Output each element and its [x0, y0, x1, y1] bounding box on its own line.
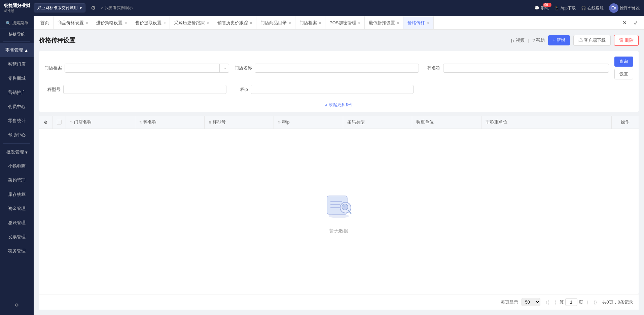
page-input[interactable] — [565, 298, 577, 306]
tab-store-profile[interactable]: 门店档案 × — [295, 16, 325, 29]
sidebar-item-wholesale-mgmt[interactable]: 批发管理 ▾ — [0, 145, 34, 159]
collapse-button[interactable]: ∧ 收起更多条件 — [325, 102, 353, 108]
sidebar-item-member[interactable]: 会员中心 — [0, 100, 34, 114]
settings-button[interactable]: 设置 — [614, 69, 633, 79]
table-body: 暂无数据 — [39, 129, 639, 294]
store-profile-input-wrap: ··· — [65, 64, 229, 73]
sidebar-item-general-ledger[interactable]: 总账管理 — [0, 216, 34, 230]
sidebar-item-inventory[interactable]: 库存核算 — [0, 187, 34, 202]
sidebar-divider-2 — [3, 143, 30, 144]
svg-rect-4 — [330, 204, 340, 205]
query-button[interactable]: 查询 — [614, 57, 633, 67]
online-service-button[interactable]: 🎧 在线客服 — [581, 5, 604, 11]
close-tab-sale-price[interactable]: × — [164, 21, 166, 25]
form-row-1: 门店档案 ··· 门店名称 秤名称 — [44, 57, 633, 79]
first-page-button[interactable]: ⟨⟨ — [544, 299, 551, 306]
app-download-button[interactable]: 📱 App下载 — [554, 5, 576, 11]
empty-illustration — [319, 189, 359, 223]
select-all-checkbox[interactable] — [57, 120, 62, 125]
version-selector[interactable]: 好业财标准版交付试用 ▾ — [34, 3, 85, 12]
help-link[interactable]: ? 帮助 — [532, 37, 544, 43]
th-storename: ⇅ 门店名称 — [66, 116, 135, 129]
pagination-nav: ⟨⟨ ⟨ 算 页 ⟩ ⟩⟩ — [544, 298, 599, 306]
th-settings[interactable]: ⚙ — [39, 116, 52, 129]
sidebar-item-smart-store[interactable]: 智慧门店 — [0, 57, 34, 71]
close-tab-sale-history[interactable]: × — [250, 21, 252, 25]
store-profile-label: 门店档案 — [44, 65, 62, 71]
tab-purchase-strategy[interactable]: 进价策略设置 × — [92, 16, 131, 29]
close-tab-price-setting[interactable]: × — [86, 21, 88, 25]
settings-icon[interactable]: ⚙ — [89, 3, 98, 12]
form-item-store-profile: 门店档案 ··· — [44, 64, 229, 73]
add-button[interactable]: + 新增 — [548, 35, 570, 45]
sidebar-item-finance[interactable]: 资金管理 — [0, 202, 34, 216]
user-profile[interactable]: Ea 徐泽华修改 — [609, 3, 640, 13]
tab-price-setting[interactable]: 商品价格设置 × — [53, 16, 92, 29]
last-page-button[interactable]: ⟩⟩ — [592, 299, 599, 306]
tab-sale-history[interactable]: 销售历史价跟踪 × — [213, 16, 256, 29]
store-name-input[interactable] — [255, 64, 419, 73]
close-tab-purchase-history[interactable]: × — [207, 21, 209, 25]
sidebar-item-retail-mall[interactable]: 零售商城 — [0, 71, 34, 85]
tab-home[interactable]: 首页 — [36, 16, 53, 29]
sidebar-item-tax[interactable]: 税务管理 — [0, 244, 34, 258]
svg-point-9 — [343, 205, 345, 207]
sidebar-item-retail-stats[interactable]: 零售统计 — [0, 114, 34, 128]
tab-sale-price[interactable]: 售价提取设置 × — [131, 16, 170, 29]
app-logo: 畅捷通好业财 标准版 — [4, 3, 30, 13]
th-checkbox[interactable] — [52, 116, 66, 129]
chevron-down-icon: ▾ — [80, 6, 82, 10]
th-barcode: 条码类型 — [343, 116, 413, 129]
delete-button[interactable]: 窗 删除 — [614, 35, 639, 46]
tab-purchase-history[interactable]: 采购历史价跟踪 × — [170, 16, 213, 29]
table-settings-icon: ⚙ — [44, 120, 48, 125]
sidebar-item-purchase-mgmt[interactable]: 采购管理 — [0, 173, 34, 187]
scale-ip-label: 秤ip — [232, 86, 248, 93]
sidebar-item-small-ecom[interactable]: 小畅电商 — [0, 159, 34, 173]
video-link[interactable]: ▷ 视频 — [511, 37, 525, 43]
download-client-button[interactable]: 凸 客户端下载 — [573, 35, 611, 46]
tab-min-discount[interactable]: 最低折扣设置 × — [365, 16, 403, 29]
close-tab-price-scale[interactable]: × — [427, 21, 429, 25]
demo-link[interactable]: ○ 我要看实例演示 — [101, 5, 133, 11]
sidebar-item-help[interactable]: 帮助中心 — [0, 128, 34, 142]
close-tab-store-profile[interactable]: × — [319, 21, 321, 25]
close-tab-pos-mgmt[interactable]: × — [358, 21, 360, 25]
store-profile-input[interactable] — [65, 64, 219, 72]
scale-model-input[interactable] — [63, 85, 226, 94]
store-profile-dots-button[interactable]: ··· — [219, 64, 229, 72]
next-page-button[interactable]: ⟩ — [584, 299, 590, 306]
sidebar-nav-button[interactable]: 快捷导航 — [0, 29, 34, 40]
message-button[interactable]: 💬 消息 99+ — [534, 5, 549, 11]
close-tab-min-discount[interactable]: × — [397, 21, 399, 25]
collapse-up-icon: ∧ — [325, 103, 328, 107]
scale-name-input[interactable] — [443, 64, 609, 73]
sidebar-item-invoice[interactable]: 发票管理 — [0, 230, 34, 244]
pagination-bar: 每页显示 50 10 20 100 ⟨⟨ ⟨ 算 页 ⟩ ⟩⟩ 共0页，0条记录 — [39, 294, 639, 310]
maximize-button[interactable]: ⤢ — [632, 19, 640, 27]
search-form: 门店档案 ··· 门店名称 秤名称 — [39, 51, 639, 112]
sidebar-item-label: 零售统计 — [8, 118, 26, 124]
sidebar-item-retail-mgmt[interactable]: 零售管理 ▲ — [0, 43, 34, 57]
sidebar-bottom-settings[interactable]: ⚙ — [0, 299, 34, 312]
close-tab-purchase-strategy[interactable]: × — [124, 21, 127, 25]
sidebar-search-button[interactable]: 🔍 搜索菜单 — [0, 16, 34, 29]
table-container: ⚙ ⇅ 门店名称 ⇅ 秤名称 ⇅ 秤型号 — [39, 116, 639, 294]
close-all-tabs-button[interactable]: ✕ — [620, 19, 629, 27]
sidebar-item-label: 营销推广 — [8, 90, 26, 96]
avatar: Ea — [609, 3, 618, 13]
sort-icon: ⇅ — [278, 120, 281, 124]
tab-bar: 首页 商品价格设置 × 进价策略设置 × 售价提取设置 × 采购历史价跟踪 × … — [34, 16, 644, 30]
form-row-2: 秤型号 秤ip — [44, 85, 633, 94]
page-content: 价格传秤设置 ▷ 视频 | ? 帮助 + 新增 凸 客户端下载 窗 删除 — [34, 30, 644, 315]
tab-pos-mgmt[interactable]: POS加密管理 × — [325, 16, 365, 29]
tab-price-scale[interactable]: 价格传秤 × — [403, 16, 433, 29]
total-info: 共0页，0条记录 — [602, 299, 633, 305]
sidebar-item-marketing[interactable]: 营销推广 — [0, 85, 34, 100]
prev-page-button[interactable]: ⟨ — [552, 299, 558, 306]
message-icon: 💬 — [534, 6, 539, 10]
tab-store-catalog[interactable]: 门店商品目录 × — [256, 16, 295, 29]
scale-ip-input[interactable] — [251, 85, 414, 94]
close-tab-store-catalog[interactable]: × — [289, 21, 291, 25]
per-page-select[interactable]: 50 10 20 100 — [522, 298, 540, 306]
